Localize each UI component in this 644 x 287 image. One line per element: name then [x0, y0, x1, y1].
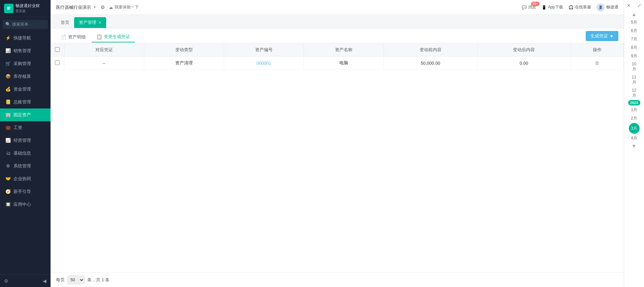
col-before-value: 变动前内容	[384, 43, 477, 57]
content-area: 📄 资产明细 📋 变更生成凭证 生成凭证 ▼ 对应凭证	[51, 28, 624, 287]
avatar: 👤	[596, 3, 605, 11]
sub-tab-detail[interactable]: 📄 资产明细	[56, 32, 90, 42]
col-voucher: 对应凭证	[64, 43, 144, 57]
per-page-label: 每页	[56, 277, 65, 283]
sidebar-item-label: 新手引导	[13, 189, 31, 195]
row-before-value: 50,000.00	[384, 57, 477, 70]
sidebar-item-label: 系统管理	[13, 163, 31, 169]
company-dropdown-icon: ▼	[93, 5, 96, 9]
sidebar-item-ledger[interactable]: 📒 总账管理	[0, 96, 51, 108]
asset-table: 对应凭证 变动类型 资产编号 资产名称 变动前内容 变动后内容 操作	[51, 43, 624, 70]
header-right: 💬 消息 99+ 📱 App下载 🎧 在线客服 👤 畅捷通	[522, 3, 618, 11]
sidebar-item-label: 采购管理	[13, 61, 31, 67]
sub-tab-voucher[interactable]: 📋 变更生成凭证	[92, 32, 135, 42]
sidebar-item-ops[interactable]: 📈 经营管理	[0, 134, 51, 147]
sidebar-item-guide[interactable]: 🧭 新手引导	[0, 185, 51, 198]
month-11[interactable]: 11月	[628, 74, 640, 86]
month-12[interactable]: 12月	[628, 87, 640, 99]
online-service-button[interactable]: 🎧 在线客服	[569, 4, 591, 10]
sidebar-item-label: 基础信息	[13, 150, 31, 156]
collab-icon: 🤝	[5, 176, 11, 182]
header-settings-icon[interactable]: ⚙	[100, 4, 105, 10]
settings-icon[interactable]: ⚙	[4, 278, 8, 284]
timeline-nav-up[interactable]: ▲	[632, 11, 637, 18]
sidebar-item-system[interactable]: ⚙ 系统管理	[0, 160, 51, 172]
month-9[interactable]: 9月	[628, 52, 640, 60]
page-size-select[interactable]: 10 20 50 100	[67, 276, 85, 284]
month-2[interactable]: 2月	[628, 115, 640, 122]
right-panel-close-icon[interactable]: ✕	[627, 3, 631, 8]
search-label: 搜索菜单	[12, 22, 28, 27]
table-row: -- 资产清理 000001 电脑 50,000.00 0.00 🗑	[51, 57, 624, 70]
app-download-button[interactable]: 📱 App下载	[542, 4, 563, 10]
messages-badge: 99+	[531, 2, 540, 6]
sidebar-item-label: 资金管理	[13, 86, 31, 92]
tab-home[interactable]: 首页	[56, 17, 74, 28]
sidebar-item-label: 企业协同	[13, 176, 31, 182]
tab-close-icon[interactable]: ✕	[98, 21, 101, 25]
month-1[interactable]: 1月	[628, 106, 640, 114]
year-badge-2023[interactable]: 2023	[628, 100, 640, 105]
apps-icon: 🔲	[5, 202, 11, 207]
voucher-tab-label: 变更生成凭证	[104, 34, 130, 40]
sidebar-item-apps[interactable]: 🔲 应用中心	[0, 198, 51, 211]
month-10[interactable]: 10月	[628, 61, 640, 73]
salary-icon: 💼	[5, 125, 11, 130]
system-icon: ⚙	[5, 163, 11, 169]
month-8[interactable]: 8月	[628, 44, 640, 52]
month-3-active[interactable]: 3月	[629, 123, 640, 134]
generate-voucher-button[interactable]: 生成凭证 ▼	[586, 31, 618, 41]
right-panel-expand-icon[interactable]: ⤢	[637, 3, 641, 8]
month-4[interactable]: 4月	[628, 134, 640, 142]
app-download-label: App下载	[548, 4, 563, 10]
month-5[interactable]: 5月	[628, 19, 640, 26]
funds-icon: 💰	[5, 87, 11, 92]
user-name: 畅捷通	[606, 4, 618, 10]
sidebar-item-quicknav[interactable]: ⚡ 快捷导航	[0, 32, 51, 44]
detail-tab-label: 资产明细	[68, 34, 86, 40]
sidebar-item-salary[interactable]: 💼 工资	[0, 121, 51, 134]
main-area: 医疗器械行业演示 ▼ ⚙ ☁ 我要体验一下 💬 消息 99+ 📱 App下载 🎧…	[51, 0, 624, 287]
sidebar-item-fixed[interactable]: 🏢 固定资产	[0, 108, 51, 121]
sidebar-nav: ⚡ 快捷导航 📊 销售管理 🛒 采购管理 📦 库存核算 💰 资金管理 📒 总账管…	[0, 32, 51, 275]
collapse-icon[interactable]: ◀	[43, 278, 47, 284]
sidebar-search[interactable]: 🔍 搜索菜单	[3, 20, 48, 29]
row-checkbox[interactable]	[55, 60, 60, 65]
sidebar-item-label: 固定资产	[13, 112, 31, 118]
sidebar-item-purchase[interactable]: 🛒 采购管理	[0, 57, 51, 70]
tab-bar: 首页 资产管理 ✕	[51, 15, 624, 28]
month-7[interactable]: 7月	[628, 35, 640, 43]
sidebar-item-sales[interactable]: 📊 销售管理	[0, 44, 51, 57]
col-after-value: 变动后内容	[477, 43, 571, 57]
generate-label: 生成凭证	[590, 33, 608, 39]
select-all-header[interactable]	[51, 43, 64, 57]
sidebar-item-label: 工资	[13, 125, 22, 131]
quicknav-icon: ⚡	[5, 35, 11, 41]
tab-asset-management[interactable]: 资产管理 ✕	[74, 17, 106, 28]
messages-button[interactable]: 💬 消息 99+	[522, 4, 536, 10]
voucher-tab-icon: 📋	[96, 34, 102, 39]
col-change-type: 变动类型	[144, 43, 224, 57]
row-checkbox-cell[interactable]	[51, 57, 64, 70]
purchase-icon: 🛒	[5, 61, 11, 66]
try-label: 我要体验一下	[115, 4, 139, 10]
sidebar-item-label: 销售管理	[13, 48, 31, 54]
sales-icon: 📊	[5, 48, 11, 54]
sidebar-item-basic[interactable]: 🗂 基础信息	[0, 147, 51, 160]
sidebar-item-funds[interactable]: 💰 资金管理	[0, 83, 51, 96]
delete-button[interactable]: 🗑	[595, 60, 600, 66]
cloud-icon: ☁	[109, 5, 113, 10]
sidebar-item-inventory[interactable]: 📦 库存核算	[0, 70, 51, 83]
month-6[interactable]: 6月	[628, 27, 640, 35]
company-selector[interactable]: 医疗器械行业演示 ▼	[56, 4, 96, 10]
select-all-checkbox[interactable]	[55, 47, 60, 52]
sub-tabs: 📄 资产明细 📋 变更生成凭证 生成凭证 ▼	[51, 28, 624, 43]
sidebar-item-collab[interactable]: 🤝 企业协同	[0, 172, 51, 185]
try-button[interactable]: ☁ 我要体验一下	[109, 4, 139, 10]
app-logo-icon: 财	[4, 4, 13, 13]
right-panel: ✕ ⤢ ▲ 5月 6月 7月 8月 9月 10月 11月 12月 2023 1月…	[624, 0, 644, 287]
sidebar-item-label: 经营管理	[13, 137, 31, 144]
timeline-nav-down[interactable]: ▼	[632, 143, 637, 149]
fixed-icon: 🏢	[5, 112, 11, 118]
user-info[interactable]: 👤 畅捷通	[596, 3, 618, 11]
